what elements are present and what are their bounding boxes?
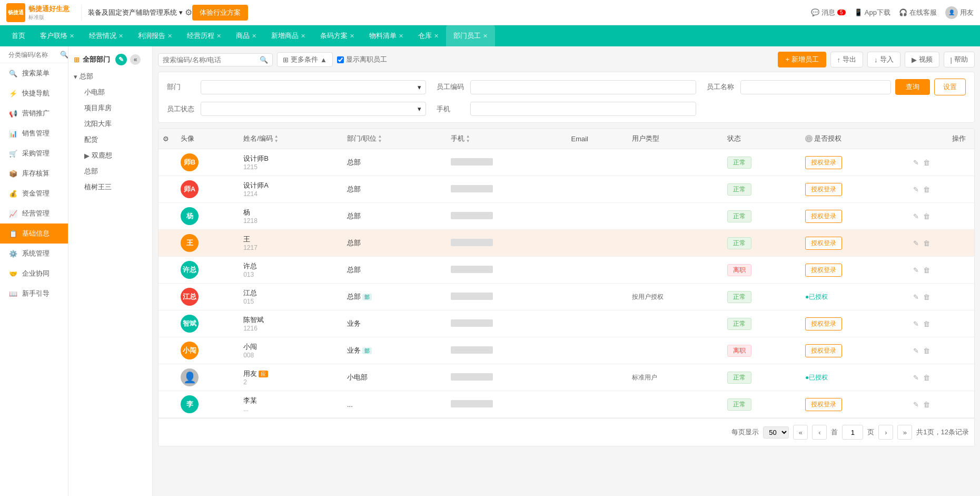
tab-employees[interactable]: 部门员工✕	[446, 25, 495, 46]
close-icon[interactable]: ✕	[301, 33, 305, 40]
tab-warehouse[interactable]: 仓库✕	[411, 25, 446, 46]
auth-login-btn[interactable]: 授权登录	[805, 398, 842, 411]
auth-login-btn[interactable]: 授权登录	[805, 264, 842, 277]
app-download-btn[interactable]: 📱 App下载	[854, 8, 890, 17]
search-btn[interactable]: 查询	[895, 79, 930, 95]
sidebar-item-marketing[interactable]: 📢 营销推广	[0, 103, 68, 123]
online-service-btn[interactable]: 🎧 在线客服	[899, 8, 937, 17]
auth-login-btn[interactable]: 授权登录	[805, 317, 842, 330]
edit-icon[interactable]: ✎	[913, 239, 919, 247]
auth-login-btn[interactable]: 授权登录	[805, 156, 842, 169]
resigned-checkbox-input[interactable]	[337, 56, 344, 63]
auth-login-btn[interactable]: 授权登录	[805, 237, 842, 250]
close-icon[interactable]: ✕	[399, 33, 403, 40]
close-icon[interactable]: ✕	[216, 33, 221, 40]
close-icon[interactable]: ✕	[350, 33, 354, 40]
th-dept[interactable]: 部门/职位 ▲▼	[343, 129, 447, 149]
search-submit-icon[interactable]: 🔍	[260, 56, 268, 64]
edit-icon[interactable]: ✎	[913, 212, 919, 220]
edit-icon[interactable]: ✎	[913, 347, 919, 355]
sort-name[interactable]: 姓名/编码 ▲▼	[243, 134, 339, 143]
dept-item-zongbu[interactable]: 总部	[68, 163, 152, 179]
sort-phone[interactable]: 手机 ▲▼	[451, 134, 563, 143]
sidebar-item-search[interactable]: 🔍 搜索菜单	[0, 63, 68, 83]
emp-name-input[interactable]	[740, 80, 891, 94]
tab-barcode[interactable]: 条码方案✕	[313, 25, 362, 46]
delete-icon[interactable]: 🗑	[923, 266, 930, 274]
edit-icon[interactable]: ✎	[913, 186, 919, 193]
tab-goods[interactable]: 商品✕	[229, 25, 264, 46]
sidebar-item-sales[interactable]: 📊 销售管理	[0, 123, 68, 143]
delete-icon[interactable]: 🗑	[923, 401, 930, 409]
th-phone[interactable]: 手机 ▲▼	[447, 129, 567, 149]
settings-icon[interactable]: ⚙	[163, 135, 169, 143]
sidebar-item-system[interactable]: ⚙️ 系统管理	[0, 244, 68, 264]
sidebar-item-finance[interactable]: 💰 资金管理	[0, 183, 68, 203]
dept-select[interactable]: ▾	[201, 80, 426, 94]
page-first-btn[interactable]: «	[793, 425, 808, 440]
search-icon[interactable]: 🔍	[60, 51, 68, 59]
phone-input[interactable]	[470, 102, 696, 116]
delete-icon[interactable]: 🗑	[923, 293, 930, 301]
help-btn[interactable]: | 帮助	[944, 52, 975, 67]
tab-customer[interactable]: 客户联络✕	[33, 25, 82, 46]
video-btn[interactable]: ▶ 视频	[905, 52, 939, 67]
dept-item-zhishu[interactable]: 植树王三	[68, 179, 152, 195]
edit-icon[interactable]: ✎	[913, 320, 919, 328]
collapse-dept-tree-btn[interactable]: «	[130, 54, 141, 65]
edit-icon[interactable]: ✎	[913, 401, 919, 409]
sidebar-item-collab[interactable]: 🤝 企业协同	[0, 264, 68, 284]
delete-icon[interactable]: 🗑	[923, 374, 930, 382]
delete-icon[interactable]: 🗑	[923, 347, 930, 355]
tab-bom[interactable]: 物料清单✕	[362, 25, 411, 46]
import-btn[interactable]: ↓ 导入	[867, 52, 900, 67]
page-last-btn[interactable]: »	[897, 425, 912, 440]
tab-add-goods[interactable]: 新增商品✕	[264, 25, 313, 46]
trial-btn[interactable]: 体验行业方案	[192, 5, 248, 21]
tab-profit[interactable]: 利润报告✕	[131, 25, 180, 46]
gear-icon[interactable]: ⚙	[185, 7, 192, 17]
delete-icon[interactable]: 🗑	[923, 239, 930, 247]
sidebar-item-purchase[interactable]: 🛒 采购管理	[0, 143, 68, 163]
page-prev-btn[interactable]: ‹	[812, 425, 827, 440]
message-btn[interactable]: 💬 消息 5	[811, 8, 846, 17]
auth-login-btn[interactable]: 授权登录	[805, 344, 842, 357]
delete-icon[interactable]: 🗑	[923, 186, 930, 193]
th-name[interactable]: 姓名/编码 ▲▼	[239, 129, 343, 149]
sidebar-item-inventory[interactable]: 📦 库存核算	[0, 163, 68, 183]
edit-dept-icon[interactable]: ✎	[115, 54, 127, 65]
dept-item-shenyang[interactable]: 沈阳大库	[68, 116, 152, 132]
user-menu[interactable]: 👤 用友	[945, 6, 974, 19]
set-btn[interactable]: 设置	[934, 79, 966, 95]
delete-icon[interactable]: 🗑	[923, 320, 930, 328]
th-settings[interactable]: ⚙	[159, 129, 176, 149]
show-resigned-checkbox[interactable]: 显示离职员工	[337, 55, 387, 64]
dept-item-head[interactable]: ▾ 总部	[68, 69, 152, 84]
add-employee-btn[interactable]: + 新增员工	[778, 52, 826, 67]
close-icon[interactable]: ✕	[167, 33, 172, 40]
dept-item-peihuo[interactable]: 配货	[68, 132, 152, 148]
close-icon[interactable]: ✕	[118, 33, 123, 40]
auth-info-icon[interactable]: ⓘ	[805, 135, 813, 142]
delete-icon[interactable]: 🗑	[923, 159, 930, 167]
close-icon[interactable]: ✕	[252, 33, 256, 40]
close-icon[interactable]: ✕	[434, 33, 439, 40]
per-page-select[interactable]: 50	[763, 426, 789, 439]
more-filter-btn[interactable]: ⊞ 更多条件 ▲	[277, 52, 333, 67]
dept-item-xiaodian[interactable]: 小电部	[68, 84, 152, 100]
close-icon[interactable]: ✕	[483, 33, 488, 40]
emp-code-input[interactable]	[470, 80, 696, 94]
sort-dept[interactable]: 部门/职位 ▲▼	[347, 134, 442, 143]
sidebar-item-guide[interactable]: 📖 新手引导	[0, 284, 68, 304]
edit-icon[interactable]: ✎	[913, 159, 919, 167]
tab-home[interactable]: 首页	[4, 25, 33, 46]
delete-icon[interactable]: 🗑	[923, 212, 930, 220]
page-next-btn[interactable]: ›	[878, 425, 893, 440]
auth-login-btn[interactable]: 授权登录	[805, 210, 842, 223]
close-icon[interactable]: ✕	[70, 33, 74, 40]
export-btn[interactable]: ↑ 导出	[830, 52, 864, 67]
sidebar-item-operation-mgmt[interactable]: 📈 经营管理	[0, 203, 68, 223]
dept-item-shuanglu[interactable]: ▶ 双鹿想	[68, 148, 152, 163]
dropdown-arrow-icon[interactable]: ▾	[179, 8, 183, 16]
tab-history[interactable]: 经营历程✕	[180, 25, 229, 46]
